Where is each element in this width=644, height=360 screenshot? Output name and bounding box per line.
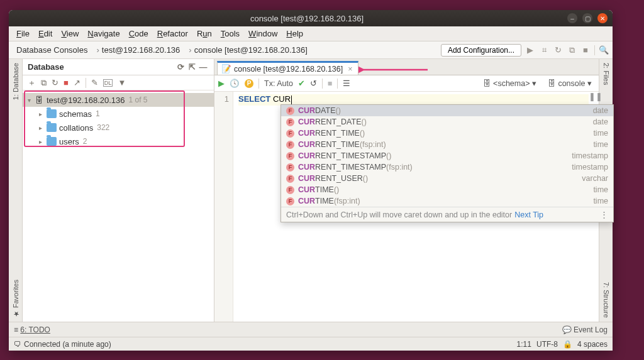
statusbar: 🗨 Connected (a minute ago) 1:11 UTF-8 🔒 … <box>9 337 613 351</box>
editor-tab-console[interactable]: 📝 console [test@192.168.20.136] × <box>217 61 358 75</box>
stop-icon[interactable]: ■ <box>64 78 69 87</box>
database-panel-header: Database ⟳ ⇱ — <box>23 59 214 75</box>
menu-code[interactable]: Code <box>125 28 152 40</box>
status-caret-pos[interactable]: 1:11 <box>517 340 531 349</box>
eventlog-tab[interactable]: 💬 Event Log <box>562 325 608 334</box>
tree-root[interactable]: ▾ 🗄 test@192.168.20.136 1 of 5 <box>23 93 214 107</box>
tx-mode[interactable]: Tx: Auto <box>264 79 293 88</box>
body: 1: Database ★ Favorites Database ⟳ ⇱ — ＋… <box>9 59 613 322</box>
completion-item[interactable]: FCURRENT_TIMESTAMP(fsp:int)timestamp <box>281 161 613 173</box>
status-message: Connected (a minute ago) <box>24 340 111 349</box>
sidetab-favorites[interactable]: ★ Favorites <box>11 276 19 322</box>
duplicate-icon[interactable]: ⧉ <box>41 78 47 88</box>
minimize-button[interactable]: – <box>567 13 577 23</box>
tree-item-users[interactable]: ▸ users 2 <box>23 134 214 148</box>
menu-tools[interactable]: Tools <box>217 28 243 40</box>
hide-icon[interactable]: — <box>197 62 209 72</box>
left-gutter: 1: Database ★ Favorites <box>9 59 23 322</box>
expand-icon[interactable]: ▸ <box>39 124 45 131</box>
breadcrumb-console[interactable]: console [test@192.168.20.136] <box>184 44 311 56</box>
filter-icon[interactable]: ▼ <box>118 78 126 87</box>
breadcrumb-conn[interactable]: test@192.168.20.136 <box>91 44 184 56</box>
debug-icon[interactable]: ⌗ <box>539 45 549 55</box>
menu-edit[interactable]: Edit <box>35 28 56 40</box>
completion-tip: Ctrl+Down and Ctrl+Up will move caret do… <box>281 207 613 222</box>
function-icon: F <box>286 175 294 183</box>
expand-icon[interactable]: ▸ <box>39 111 45 117</box>
function-icon: F <box>286 129 294 138</box>
profile-icon[interactable]: ⧉ <box>567 45 577 55</box>
ddl-icon[interactable]: DL <box>103 79 113 87</box>
expand-icon[interactable]: ▾ <box>28 97 34 104</box>
rollback-icon[interactable]: ↺ <box>310 79 317 88</box>
completion-item[interactable]: FCURRENT_DATE()date <box>281 116 613 128</box>
cancel-icon[interactable]: ■ <box>328 79 333 88</box>
collapse-icon[interactable]: ⇱ <box>186 62 197 72</box>
sql-editor[interactable]: 1 SELECT CUR FCURDATE()date FCURRENT_DAT… <box>214 92 599 322</box>
sidetab-structure[interactable]: 7: Structure <box>602 278 610 322</box>
coverage-icon[interactable]: ↻ <box>553 45 563 55</box>
editor-toolbar: ▶ 🕓 P Tx: Auto ✔ ↺ ■ ☰ 🗄 <schema> ▾ 🗄 co… <box>214 75 599 92</box>
function-icon: F <box>286 118 294 126</box>
menu-view[interactable]: View <box>57 28 82 40</box>
refresh-icon[interactable]: ↻ <box>52 78 58 87</box>
tree-item-schemas[interactable]: ▸ schemas 1 <box>23 107 214 121</box>
jump-icon[interactable]: ↗ <box>74 78 80 87</box>
editor-tabs: 📝 console [test@192.168.20.136] × <box>214 59 599 75</box>
completion-item[interactable]: FCURTIME(fsp:int)time <box>281 195 613 207</box>
datasource-icon: 🗄 <box>35 95 44 104</box>
maximize-button[interactable]: ▢ <box>582 13 592 23</box>
add-icon[interactable]: ＋ <box>28 77 36 89</box>
app-window: console [test@192.168.20.136] – ▢ ✕ File… <box>9 10 613 351</box>
tree-item-collations[interactable]: ▸ collations 322 <box>23 121 214 134</box>
edit-icon[interactable]: ✎ <box>91 78 98 87</box>
menu-refactor[interactable]: Refactor <box>153 28 192 40</box>
history-icon[interactable]: 🕓 <box>230 79 240 88</box>
annotation-arrow <box>358 62 434 75</box>
pin-icon[interactable]: P <box>245 79 253 88</box>
run-icon[interactable]: ▶ <box>525 45 535 55</box>
session-selector[interactable]: 🗄 console ▾ <box>545 77 595 89</box>
settings-icon[interactable]: ☰ <box>343 79 350 88</box>
close-tab-icon[interactable]: × <box>348 65 352 74</box>
database-tree: ▾ 🗄 test@192.168.20.136 1 of 5 ▸ schemas… <box>23 90 214 322</box>
schema-selector[interactable]: 🗄 <schema> ▾ <box>480 77 540 89</box>
completion-item[interactable]: FCURTIME()time <box>281 184 613 195</box>
completion-item[interactable]: FCURRENT_USER()varchar <box>281 173 613 184</box>
breadcrumb-root[interactable]: Database Consoles <box>13 44 91 56</box>
search-icon[interactable]: 🔍 <box>599 45 609 55</box>
completion-item[interactable]: FCURRENT_TIME()time <box>281 128 613 139</box>
menu-window[interactable]: Window <box>245 28 281 40</box>
lock-icon[interactable]: 🔒 <box>563 340 572 349</box>
menu-navigate[interactable]: Navigate <box>84 28 123 40</box>
sidetab-files[interactable]: 2: Files <box>602 59 610 89</box>
execute-icon[interactable]: ▶ <box>218 79 225 88</box>
completion-item[interactable]: FCURDATE()date <box>281 105 613 116</box>
menu-help[interactable]: Help <box>282 28 307 40</box>
completion-item[interactable]: FCURRENT_TIME(fsp:int)time <box>281 139 613 150</box>
commit-icon[interactable]: ✔ <box>298 79 305 88</box>
todo-tab[interactable]: ≡ 6: TODO <box>14 325 50 334</box>
close-button[interactable]: ✕ <box>597 13 608 23</box>
caret <box>291 95 292 104</box>
more-icon[interactable]: ⋮ <box>600 210 608 219</box>
tree-root-label: test@192.168.20.136 <box>47 95 125 105</box>
sync-icon[interactable]: ⟳ <box>175 62 186 72</box>
function-icon: F <box>286 186 294 194</box>
function-icon: F <box>286 107 294 115</box>
code-area[interactable]: SELECT CUR FCURDATE()date FCURRENT_DATE(… <box>233 92 589 322</box>
status-indent[interactable]: 4 spaces <box>577 340 608 349</box>
menu-file[interactable]: File <box>13 28 33 40</box>
menubar: File Edit View Navigate Code Refactor Ru… <box>9 26 613 41</box>
menu-run[interactable]: Run <box>193 28 216 40</box>
stop-icon[interactable]: ■ <box>580 45 591 55</box>
status-encoding[interactable]: UTF-8 <box>536 340 558 349</box>
editor-tab-label: console [test@192.168.20.136] <box>234 65 343 74</box>
add-configuration-button[interactable]: Add Configuration... <box>441 44 521 57</box>
database-panel: Database ⟳ ⇱ — ＋ ⧉ ↻ ■ ↗ ✎ DL ▼ ▾ <box>23 59 214 322</box>
code-keyword: SELECT <box>238 94 270 104</box>
completion-item[interactable]: FCURRENT_TIMESTAMP()timestamp <box>281 150 613 161</box>
next-tip-link[interactable]: Next Tip <box>514 210 543 219</box>
expand-icon[interactable]: ▸ <box>39 138 45 145</box>
sidetab-database[interactable]: 1: Database <box>12 59 19 104</box>
